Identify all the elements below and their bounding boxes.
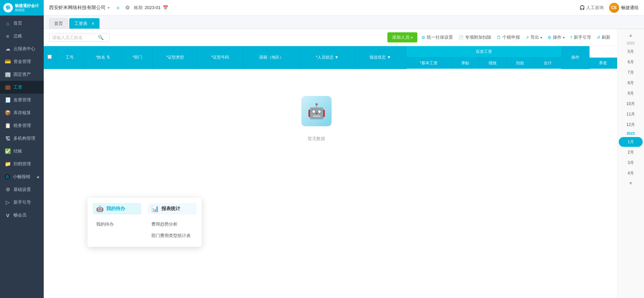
headset-icon: 🎧 (579, 5, 585, 10)
calendar-year-2022: 2022 (617, 40, 644, 46)
sidebar-logo: 畅 畅捷通好会计 旗舰版 (0, 0, 44, 15)
sidebar-item-guide[interactable]: ▷ 新手引导 (0, 196, 44, 209)
sidebar-item-label: 畅会员 (13, 212, 27, 218)
sidebar-item-label: 多机构管理 (13, 135, 35, 141)
operation-action[interactable]: ⚙ 操作 ▾ (546, 34, 566, 40)
sidebar-item-report[interactable]: G 小畅报销 ◀ (0, 170, 44, 183)
calendar-month-9[interactable]: 9月 (619, 89, 643, 98)
calendar-month-8[interactable]: 8月 (619, 78, 643, 88)
user-menu[interactable]: CE 畅捷通组 (609, 3, 639, 13)
th-deduction: 扣款 (506, 58, 534, 69)
tax-icon: 📋 (5, 123, 11, 129)
fund-icon: 💳 (5, 59, 11, 65)
th-total: 合计 (534, 58, 562, 69)
settings-icon: ⚙ (421, 35, 425, 40)
calendar-year-2023: 2023 (617, 130, 644, 137)
tab-salary[interactable]: 工资表 ✕ (69, 18, 100, 29)
popup-todo-header[interactable]: 🤖 我的待办 (93, 203, 141, 214)
sidebar-item-assets[interactable]: 🏢 固定资产 (0, 68, 44, 81)
sidebar-item-label: 基础设置 (13, 187, 31, 193)
guide-action[interactable]: ? 新手引导 (569, 34, 593, 40)
sidebar-item-label: 结账 (13, 148, 22, 154)
calendar-month-2[interactable]: 2月 (619, 147, 643, 157)
empty-state: 🤖 暂无数据 (44, 69, 589, 169)
operation-icon: ⚙ (547, 35, 552, 40)
th-allowance: 津贴 (451, 58, 479, 69)
chevron-down-icon: ▾ (540, 36, 542, 39)
calendar-month-3[interactable]: 3月 (619, 158, 643, 168)
select-all-checkbox[interactable] (47, 55, 52, 59)
special-deduction-action[interactable]: 📄 专项附加扣除 (457, 34, 493, 40)
calendar-next-button[interactable]: ▼ (628, 180, 634, 187)
sidebar-item-invoice[interactable]: 🧾 发票管理 (0, 94, 44, 106)
sidebar-item-home[interactable]: ⌂ 首页 (0, 17, 44, 30)
sidebar-item-settle[interactable]: ✅ 结账 (0, 145, 44, 158)
sidebar-item-label: 新手引导 (13, 199, 31, 205)
sidebar-item-archive[interactable]: 📁 归档管理 (0, 158, 44, 170)
add-person-button[interactable]: 添加人员 ▾ (387, 32, 417, 42)
sidebar-item-member[interactable]: V 畅会员 (0, 209, 44, 222)
th-person-status: *人员状态 ▼ (300, 46, 354, 69)
toolbar-right: 添加人员 ▾ ⚙ 统一社保设置 📄 专项附加扣除 🗒 个税申报 (387, 32, 612, 42)
refresh-icon: ↺ (597, 35, 600, 40)
guide-icon: ▷ (5, 199, 11, 205)
calendar-month-11[interactable]: 11月 (619, 109, 643, 119)
tab-home[interactable]: 首页 (49, 18, 68, 29)
popup-report-item-2[interactable]: 部门费用类型统计表 (148, 230, 196, 241)
sidebar-item-basic[interactable]: ⚙ 基础设置 (0, 183, 44, 196)
sidebar-item-multi-org[interactable]: 🏗 多机构管理 (0, 132, 44, 145)
sidebar-item-inventory[interactable]: 📦 库存核算 (0, 106, 44, 119)
th-id-number: *证型号码 (198, 46, 243, 69)
company-selector[interactable]: 西安虾米网络科技有限公司 ▾ (49, 5, 110, 11)
close-tab-icon[interactable]: ✕ (91, 22, 94, 26)
sidebar-item-label: 云报表中心 (13, 46, 35, 52)
popup-todo-item[interactable]: 我的待办 (93, 219, 141, 230)
sidebar-item-cloud-report[interactable]: ☁ 云报表中心 (0, 42, 44, 55)
topbar-right: 🎧 人工咨询 CE 畅捷通组 (579, 3, 639, 13)
calendar-month-1[interactable]: 1月 (619, 137, 643, 147)
calendar-month-10[interactable]: 10月 (619, 99, 643, 109)
search-box: 🔍 (49, 33, 110, 42)
sidebar-item-ledger[interactable]: ≡ 总账 (0, 30, 44, 42)
popup-report-header[interactable]: 📊 报表统计 (148, 203, 196, 214)
sidebar-item-fund[interactable]: 💳 资金管理 (0, 55, 44, 68)
chevron-down-icon: ▾ (563, 36, 565, 39)
service-button[interactable]: 🎧 人工咨询 (579, 5, 604, 11)
calendar-month-5[interactable]: 5月 (619, 47, 643, 57)
popup-report-item-1[interactable]: 费用趋势分析 (148, 219, 196, 230)
export-icon: ↗ (525, 35, 529, 40)
add-company-icon[interactable]: ＋ (115, 4, 121, 12)
th-basic-salary: *基本工资 (406, 58, 451, 69)
main-content: 西安虾米网络科技有限公司 ▾ ＋ ⚙ 账期 2023-01 📅 🎧 人工咨询 C… (44, 0, 644, 298)
calendar-month-4[interactable]: 4月 (619, 168, 643, 178)
th-employee-id: 工号 (56, 46, 83, 69)
salary-toolbar: 🔍 添加人员 ▾ ⚙ 统一社保设置 📄 专项附加扣除 (44, 29, 617, 46)
search-icon[interactable]: 🔍 (98, 35, 104, 40)
settings-icon[interactable]: ⚙ (125, 4, 130, 11)
calendar-prev-button[interactable]: ▲ (628, 32, 634, 38)
tax-report-action[interactable]: 🗒 个税申报 (495, 34, 521, 40)
archive-icon: 📁 (5, 161, 11, 167)
sidebar-collapse-icon: ◀ (36, 175, 39, 179)
social-insurance-action[interactable]: ⚙ 统一社保设置 (420, 34, 454, 40)
th-id-type: *证型类型 (153, 46, 198, 69)
th-checkbox (44, 46, 56, 69)
basic-icon: ⚙ (5, 187, 11, 193)
calendar-month-7[interactable]: 7月 (619, 68, 643, 77)
cloud-icon: ☁ (5, 46, 11, 52)
ledger-icon: ≡ (5, 33, 11, 39)
calendar-month-12[interactable]: 12月 (619, 120, 643, 130)
salary-main: 🔍 添加人员 ▾ ⚙ 统一社保设置 📄 专项附加扣除 (44, 29, 617, 298)
sidebar-item-salary[interactable]: 💼 工资 (0, 81, 44, 94)
popup-menu: 🤖 我的待办 我的待办 📊 报表统计 费用趋势分析 (87, 198, 202, 247)
salary-icon: 💼 (5, 84, 11, 90)
calendar-nav-down: ▼ (617, 178, 644, 188)
chart-icon: 📊 (151, 205, 159, 212)
salary-table-wrap: 工号 *姓名 ⇅ *部门 *证型类型 *证型号码 国籍（地区） *人员状态 ▼ … (44, 46, 617, 298)
refresh-action[interactable]: ↺ 刷新 (595, 34, 612, 40)
calendar-icon[interactable]: 📅 (163, 5, 168, 10)
search-input[interactable] (52, 35, 96, 40)
export-action[interactable]: ↗ 导出 ▾ (524, 34, 543, 40)
calendar-month-6[interactable]: 6月 (619, 57, 643, 67)
sidebar-item-tax[interactable]: 📋 税务管理 (0, 119, 44, 132)
